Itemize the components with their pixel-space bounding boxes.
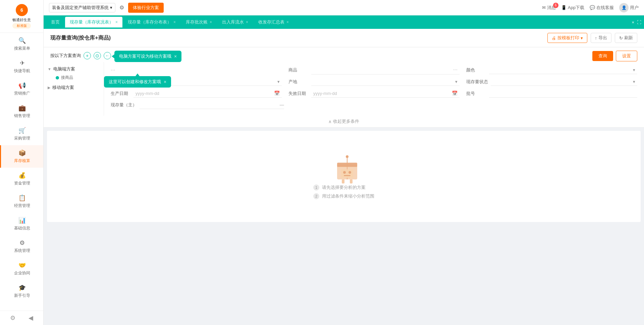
- tab-inventory-dist[interactable]: 现存量（库存分布表） ×: [123, 17, 180, 28]
- print-icon: 🖨: [552, 36, 556, 41]
- settings-icon[interactable]: ⚙: [119, 4, 124, 11]
- sidebar-item-quick[interactable]: ✈ 快捷导航: [0, 55, 43, 78]
- svg-rect-9: [344, 175, 351, 176]
- search-button[interactable]: 查询: [592, 51, 613, 61]
- tooltip-close-1[interactable]: ×: [174, 54, 177, 59]
- scheme-panel: ▼ 电脑端方案 接商品: [44, 62, 104, 116]
- goods-label: 商品: [288, 67, 309, 73]
- goods-select[interactable]: ···: [311, 65, 460, 74]
- inventory-status-field-row: 现存量状态 ▾: [466, 78, 637, 86]
- tab-batch-ledger[interactable]: 库存批次账 ×: [181, 17, 217, 28]
- basic-icon: 📊: [18, 217, 26, 224]
- empty-step-1: 1 请先选择要分析的方案: [313, 184, 374, 191]
- sidebar-item-inventory[interactable]: 📦 库存核算: [0, 145, 43, 168]
- color-select[interactable]: ▾: [489, 66, 637, 74]
- collapse-button[interactable]: ∧ 收起更多条件: [328, 118, 359, 124]
- inventory-status-label: 现存量状态: [466, 79, 488, 85]
- empty-steps-list: 1 请先选择要分析的方案 2 用过滤条件来缩小分析范围: [313, 184, 374, 202]
- tab-close-inout-flow[interactable]: ×: [246, 20, 248, 24]
- sales-icon: 💼: [18, 104, 26, 112]
- tab-inventory-status[interactable]: 现存量（库存状况表） ×: [65, 17, 122, 28]
- tab-close-inventory-dist[interactable]: ×: [173, 20, 176, 24]
- chevron-right-icon: ▼: [48, 67, 51, 71]
- calendar-icon-1: 📅: [274, 91, 280, 96]
- sidebar-item-operations[interactable]: 📋 经营管理: [0, 190, 43, 213]
- message-action[interactable]: ✉ 消息 6: [542, 5, 556, 11]
- page-actions: 🖨 按模板打印 ▾ ↑ 导出 ↻ 刷新: [547, 33, 638, 43]
- sidebar-item-enterprise[interactable]: 🤝 企业协同: [0, 258, 43, 280]
- svg-text:6: 6: [20, 7, 23, 13]
- tab-close-inventory-status[interactable]: ×: [115, 20, 118, 24]
- add-scheme-button[interactable]: +: [84, 52, 91, 59]
- support-icon: 💬: [590, 5, 595, 10]
- scheme-group-desktop-items: 接商品: [44, 73, 104, 82]
- collapse-up-icon: ∧: [328, 119, 332, 124]
- system-selector[interactable]: 装备及固定资产辅助管理系统 ▾: [49, 3, 115, 12]
- back-arrow-button[interactable]: ←: [104, 52, 111, 59]
- inventory-status-select[interactable]: ▾: [491, 78, 637, 86]
- sidebar-item-basic[interactable]: 📊 基础信息: [0, 213, 43, 235]
- reset-button[interactable]: 设置: [616, 51, 637, 61]
- expiry-date-input[interactable]: yyyy-mm-dd 📅: [311, 89, 460, 98]
- svg-rect-13: [350, 179, 353, 183]
- inventory-status-dropdown-icon: ▾: [633, 79, 635, 84]
- scheme-group-mobile-header[interactable]: ▶ 移动端方案: [44, 83, 104, 92]
- scheme-item-by-goods[interactable]: 接商品: [61, 75, 73, 80]
- sidebar-item-sales[interactable]: 💼 销售管理: [0, 100, 43, 123]
- tooltip-text-2: 这里可以创建和修改方案哦: [109, 79, 161, 85]
- color-dropdown-icon: ▾: [633, 67, 635, 72]
- export-button[interactable]: ↑ 导出: [591, 33, 612, 43]
- user-action[interactable]: 👤 用户: [619, 3, 639, 12]
- sidebar-item-marketing[interactable]: 📢 营销推广: [0, 78, 43, 100]
- online-support-action[interactable]: 💬 在线客服: [590, 5, 614, 11]
- edit-scheme-button[interactable]: ⊙: [94, 52, 101, 59]
- tooltip-close-2[interactable]: ×: [164, 79, 166, 85]
- expiry-date-label: 失效日期: [288, 91, 309, 97]
- scheme-group-mobile: ▶ 移动端方案: [44, 83, 104, 92]
- size-dropdown-icon: ▾: [277, 79, 280, 84]
- goods-field-row: 商品 ···: [288, 65, 460, 74]
- guide-icon: 🎓: [18, 284, 26, 291]
- calendar-icon-2: 📅: [452, 91, 458, 96]
- svg-point-7: [343, 171, 346, 174]
- batch-number-input[interactable]: [489, 90, 637, 98]
- sidebar-item-finance[interactable]: 💰 资金管理: [0, 168, 43, 190]
- sidebar-item-system[interactable]: ⚙ 系统管理: [0, 235, 43, 258]
- app-download-action[interactable]: 📱 App下载: [561, 5, 584, 11]
- marketing-icon: 📢: [18, 82, 26, 89]
- batch-number-row: 批号: [466, 89, 637, 98]
- system-icon: ⚙: [19, 239, 25, 247]
- maximize-icon[interactable]: ⛶: [637, 20, 641, 25]
- tab-receive-summary[interactable]: 收发存汇总表 ×: [254, 17, 293, 28]
- close-all-tabs-icon[interactable]: ×: [632, 20, 634, 25]
- sidebar-item-purchase[interactable]: 🛒 采购管理: [0, 123, 43, 145]
- tab-home[interactable]: 首页: [46, 17, 64, 28]
- filter-inner: ▼ 电脑端方案 接商品: [44, 62, 644, 116]
- production-date-input[interactable]: yyyy-mm-dd 📅: [133, 89, 282, 98]
- template-print-button[interactable]: 🖨 按模板打印 ▾: [547, 33, 587, 43]
- current-inventory-input[interactable]: [140, 101, 278, 109]
- tab-close-batch-ledger[interactable]: ×: [210, 20, 212, 24]
- trial-button[interactable]: 体验行业方案: [128, 3, 164, 13]
- origin-select[interactable]: ▾: [311, 78, 460, 86]
- collapse-sidebar-icon[interactable]: ◀: [29, 314, 33, 322]
- header-right: ✉ 消息 6 📱 App下载 💬 在线客服 👤 用户: [542, 3, 639, 12]
- finance-icon: 💰: [18, 172, 26, 179]
- settings-bottom-icon[interactable]: ⚙: [10, 314, 15, 322]
- refresh-button[interactable]: ↻ 刷新: [615, 33, 637, 43]
- page-title: 现存量查询(按仓库+商品): [50, 35, 111, 42]
- quick-icon: ✈: [20, 59, 25, 67]
- tab-inout-flow[interactable]: 出入库流水 ×: [217, 17, 253, 28]
- empty-state: 1 请先选择要分析的方案 2 用过滤条件来缩小分析范围: [47, 131, 641, 222]
- svg-point-8: [348, 171, 351, 174]
- scheme-group-desktop-header[interactable]: ▼ 电脑端方案: [44, 65, 104, 73]
- page-header: 现存量查询(按仓库+商品) 🖨 按模板打印 ▾ ↑ 导出 ↻ 刷新: [44, 29, 644, 47]
- goods-dots: ···: [453, 67, 458, 73]
- sidebar-item-guide[interactable]: 🎓 新手引导: [0, 280, 43, 303]
- content-area: 现存量查询(按仓库+商品) 🖨 按模板打印 ▾ ↑ 导出 ↻ 刷新: [44, 29, 644, 325]
- warehouse-dots[interactable]: ···: [111, 67, 115, 73]
- sidebar-item-search[interactable]: 🔍 搜索菜单: [0, 33, 43, 55]
- sidebar-nav: 🔍 搜索菜单 ✈ 快捷导航 📢 营销推广 💼 销售管理 🛒 采购管理 📦 库存核…: [0, 33, 43, 311]
- tab-close-receive-summary[interactable]: ×: [286, 20, 289, 24]
- message-badge: 6: [553, 3, 558, 8]
